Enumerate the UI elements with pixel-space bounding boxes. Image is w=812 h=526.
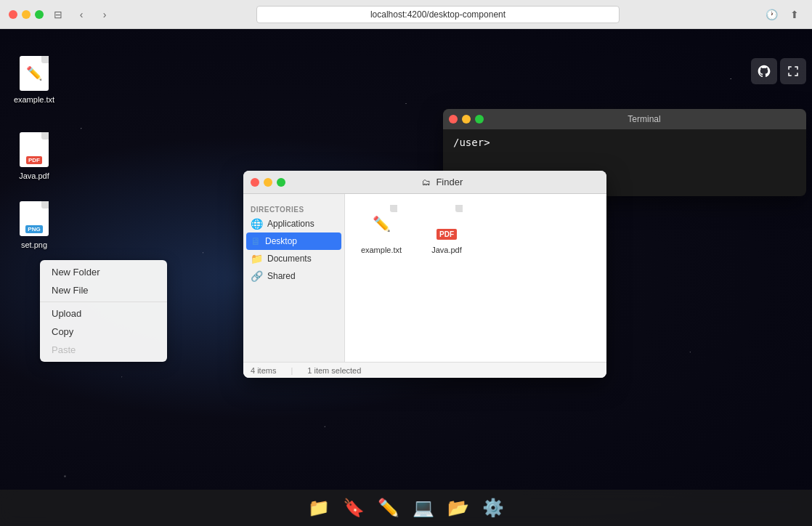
finder-file-label-example-txt: example.txt (361, 246, 402, 254)
finder-file-label-java-pdf: Java.pdf (431, 246, 462, 254)
finder-sidebar: Directories 🌐 Applications 🖥 Desktop 📁 D… (243, 194, 345, 362)
context-menu-copy[interactable]: Copy (40, 323, 167, 341)
context-menu-upload[interactable]: Upload (40, 304, 167, 323)
maximize-button[interactable] (35, 10, 44, 19)
taskbar-pencil-icon[interactable]: ✏️ (375, 495, 402, 521)
finder-statusbar: 4 items | 1 item selected (243, 362, 606, 378)
txt-file-icon: ✏️ (20, 56, 49, 91)
finder-traffic-lights (251, 178, 285, 187)
finder-minimize[interactable] (264, 178, 272, 187)
context-menu-new-folder[interactable]: New Folder (40, 263, 167, 281)
terminal-title: Terminal (488, 114, 800, 124)
url-text: localhost:4200/desktop-component (370, 9, 506, 20)
context-menu-divider (40, 302, 167, 302)
sidebar-item-shared[interactable]: 🔗 Shared (243, 267, 344, 285)
taskbar-terminal-icon[interactable]: 💻 (410, 495, 437, 521)
desktop-icon-java-pdf[interactable]: PDF Java.pdf (9, 131, 60, 181)
desktop-icon-sidebar: 🖥 (251, 235, 261, 247)
finder-window: 🗂 Finder Directories 🌐 Applications 🖥 De… (243, 171, 606, 378)
finder-maximize[interactable] (277, 178, 285, 187)
finder-pdf-icon: PDF (431, 205, 463, 243)
applications-icon: 🌐 (251, 218, 263, 230)
desktop-icon-example-txt[interactable]: ✏️ example.txt (9, 54, 60, 105)
finder-body: Directories 🌐 Applications 🖥 Desktop 📁 D… (243, 194, 606, 362)
finder-txt-icon: ✏️ (365, 205, 397, 243)
finder-sidebar-header: Directories (243, 204, 344, 215)
context-menu: New Folder New File Upload Copy Paste (40, 260, 167, 362)
terminal-close[interactable] (449, 115, 458, 124)
context-menu-paste[interactable]: Paste (40, 341, 167, 359)
address-bar[interactable]: localhost:4200/desktop-component (256, 6, 620, 23)
fullscreen-icon[interactable] (780, 58, 806, 84)
browser-chrome: ⊟ ‹ › localhost:4200/desktop-component 🕐… (0, 0, 812, 29)
terminal-prompt: /user> (453, 137, 490, 148)
minimize-button[interactable] (22, 10, 31, 19)
taskbar-gear-icon[interactable]: ⚙️ (480, 495, 506, 521)
desktop: ✏️ example.txt PDF Java.pdf PNG set.png … (0, 29, 812, 526)
finder-title: 🗂 Finder (285, 177, 599, 187)
desktop-icon-label-set-png: set.png (21, 240, 47, 250)
desktop-icon-label-java-pdf: Java.pdf (19, 171, 49, 181)
terminal-content[interactable]: /user> (443, 129, 806, 155)
sidebar-item-applications[interactable]: 🌐 Applications (243, 215, 344, 232)
finder-file-java-pdf[interactable]: PDF Java.pdf (421, 205, 472, 254)
taskbar-folder-icon[interactable]: 📁 (306, 495, 332, 521)
sidebar-item-documents[interactable]: 📁 Documents (243, 250, 344, 267)
terminal-titlebar: Terminal (443, 109, 806, 129)
sidebar-item-label-documents: Documents (267, 254, 312, 264)
finder-titlebar: 🗂 Finder (243, 171, 606, 194)
sidebar-item-label-desktop: Desktop (265, 236, 297, 246)
finder-sidebar-section: Directories 🌐 Applications 🖥 Desktop 📁 D… (243, 201, 344, 288)
traffic-lights (9, 10, 44, 19)
forward-button[interactable]: › (96, 6, 113, 23)
taskbar-bookmark-icon[interactable]: 🔖 (341, 495, 367, 521)
taskbar-files-icon[interactable]: 📂 (445, 495, 471, 521)
taskbar: 📁 🔖 ✏️ 💻 📂 ⚙️ (0, 490, 812, 526)
finder-items-count: 4 items (251, 366, 276, 375)
finder-file-example-txt[interactable]: ✏️ example.txt (356, 205, 407, 254)
finder-selected-count: 1 item selected (307, 366, 361, 375)
png-file-icon: PNG (20, 201, 49, 236)
history-button[interactable]: 🕐 (763, 6, 780, 23)
github-icon[interactable] (751, 58, 777, 84)
browser-right-icons: 🕐 ⬆ (763, 6, 803, 23)
terminal-maximize[interactable] (475, 115, 484, 124)
sidebar-toggle-button[interactable]: ⊟ (49, 6, 67, 23)
desktop-icon-set-png[interactable]: PNG set.png (9, 200, 60, 250)
terminal-minimize[interactable] (462, 115, 471, 124)
finder-content: ✏️ example.txt PDF Java.pdf (345, 194, 606, 362)
share-button[interactable]: ⬆ (786, 6, 803, 23)
back-button[interactable]: ‹ (73, 6, 90, 23)
desktop-icon-label-example-txt: example.txt (14, 95, 54, 105)
sidebar-item-label-applications: Applications (267, 219, 314, 229)
context-menu-new-file[interactable]: New File (40, 281, 167, 299)
top-right-icons (751, 58, 806, 84)
sidebar-item-desktop[interactable]: 🖥 Desktop (246, 232, 341, 250)
pdf-file-icon: PDF (20, 132, 49, 167)
documents-icon: 📁 (251, 253, 263, 264)
finder-close[interactable] (251, 178, 259, 187)
close-button[interactable] (9, 10, 17, 19)
sidebar-item-label-shared: Shared (267, 271, 296, 281)
shared-icon: 🔗 (251, 270, 263, 282)
